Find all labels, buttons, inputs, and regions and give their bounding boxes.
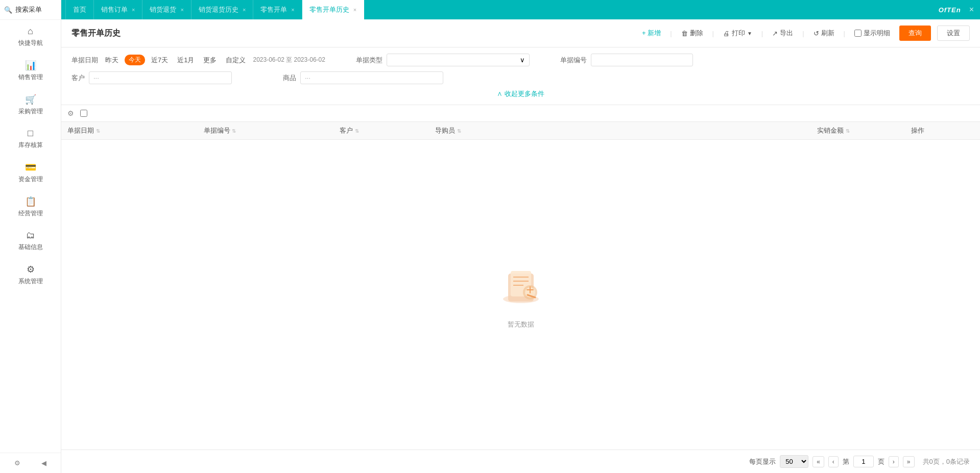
collapse-sidebar-icon[interactable]: ◀ [41, 459, 46, 467]
filter-type-select[interactable]: ∨ [387, 54, 530, 66]
sidebar-search[interactable]: 🔍 搜索采单 [0, 0, 61, 20]
sidebar-item-label: 采购管理 [18, 107, 43, 116]
sidebar-item-label: 系统管理 [18, 277, 43, 286]
date-opt-1month[interactable]: 近1月 [174, 55, 197, 66]
filter-customer-label: 客户 [71, 73, 85, 83]
total-info: 共0页，0条记录 [923, 457, 970, 466]
page-title: 零售开单历史 [71, 28, 121, 39]
sidebar-item-label: 库存核算 [18, 141, 43, 150]
filter-row-1: 单据日期 昨天 今天 近7天 近1月 更多 自定义 2023-06-02 至 2… [71, 54, 970, 66]
pagination: 每页显示 50 20 100 « ‹ 第 页 › » 共0页，0条记录 [61, 450, 980, 473]
sys-icon: ⚙ [27, 264, 35, 275]
tab-sales-return-label: 销货退货 [150, 5, 176, 14]
window-close-button[interactable]: × [967, 5, 976, 14]
sort-number-icon[interactable]: ⇅ [232, 128, 236, 134]
first-page-button[interactable]: « [812, 456, 824, 467]
tab-sales-order[interactable]: 销售订单 × [94, 0, 142, 19]
date-opt-custom[interactable]: 自定义 [223, 55, 249, 66]
filter-goods-select[interactable]: ··· [300, 71, 443, 84]
sidebar-item-label: 快捷导航 [18, 39, 43, 47]
filter-customer-select[interactable]: ··· [89, 71, 232, 84]
sidebar: 🔍 搜索采单 ⌂ 快捷导航 📊 销售管理 🛒 采购管理 □ 库存核算 💳 资金管… [0, 0, 61, 473]
col-amount: 实销金额 ⇅ [545, 122, 855, 140]
setting-button[interactable]: 设置 [937, 26, 970, 41]
prev-page-button[interactable]: ‹ [828, 456, 839, 467]
print-button[interactable]: 🖨 打印 ▼ [720, 27, 755, 40]
tab-retail-open[interactable]: 零售开单 × [253, 0, 302, 19]
date-opt-7days[interactable]: 近7天 [148, 55, 171, 66]
date-opt-today[interactable]: 今天 [125, 55, 145, 65]
empty-text: 暂无数据 [508, 320, 534, 329]
tab-sales-return[interactable]: 销货退货 × [142, 0, 191, 19]
col-action: 操作 [856, 122, 980, 140]
nav-right: OfTEn × [939, 5, 976, 14]
sort-amount-icon[interactable]: ⇅ [846, 128, 850, 134]
filter-goods-dots: ··· [305, 74, 310, 82]
add-button[interactable]: + 新增 [639, 27, 664, 40]
sales-icon: 📊 [25, 60, 36, 71]
content: 零售开单历史 + 新增 | 🗑 删除 | 🖨 打印 ▼ | ↗ 导出 [61, 19, 980, 473]
sort-guide-icon[interactable]: ⇅ [457, 128, 461, 134]
sidebar-item-purchase-mgmt[interactable]: 🛒 采购管理 [0, 88, 61, 122]
tab-retail-open-history[interactable]: 零售开单历史 × [302, 0, 364, 19]
sidebar-item-label: 销售管理 [18, 73, 43, 82]
display-checkbox[interactable] [854, 30, 862, 37]
last-page-button[interactable]: » [903, 456, 915, 467]
tab-retail-open-label: 零售开单 [260, 5, 287, 14]
tab-sales-order-close[interactable]: × [132, 7, 135, 13]
tab-retail-open-history-close[interactable]: × [353, 7, 356, 13]
sidebar-item-operations[interactable]: 📋 经营管理 [0, 190, 61, 224]
filter-number-field: 单据编号 [560, 54, 693, 66]
sidebar-item-basic-info[interactable]: 🗂 基础信息 [0, 224, 61, 258]
per-page-select[interactable]: 50 20 100 [780, 455, 808, 468]
export-button[interactable]: ↗ 导出 [769, 27, 796, 40]
tab-home[interactable]: 首页 [65, 0, 94, 19]
display-button[interactable]: 显示明细 [851, 27, 893, 40]
tab-sales-return-history-close[interactable]: × [243, 7, 246, 13]
tab-sales-return-history[interactable]: 销货退货历史 × [192, 0, 253, 19]
refresh-button[interactable]: ↺ 刷新 [810, 27, 838, 40]
filter-date-label: 单据日期 [71, 56, 98, 65]
settings-icon[interactable]: ⚙ [14, 459, 20, 467]
col-customer-label: 客户 [340, 127, 353, 134]
page-number-input[interactable] [853, 456, 874, 467]
tab-retail-open-close[interactable]: × [291, 7, 294, 13]
print-icon: 🖨 [723, 30, 730, 37]
filter-type-label: 单据类型 [356, 56, 383, 65]
page-label: 第 [843, 457, 849, 466]
tab-sales-return-close[interactable]: × [180, 7, 183, 13]
col-guide: 导购员 ⇅ [429, 122, 545, 140]
date-opt-more[interactable]: 更多 [200, 55, 220, 66]
filter-number-input[interactable] [591, 54, 693, 66]
table-container: ⚙ 单据日期 ⇅ 单据编号 ⇅ 客户 [61, 105, 980, 450]
sidebar-item-label: 基础信息 [18, 243, 43, 252]
filter-customer-field: 客户 ··· [71, 71, 232, 84]
table-settings-icon[interactable]: ⚙ [67, 109, 74, 117]
filter-customer-dots: ··· [93, 74, 99, 82]
next-page-button[interactable]: › [889, 456, 899, 467]
sort-customer-icon[interactable]: ⇅ [355, 128, 359, 134]
sidebar-item-sales-mgmt[interactable]: 📊 销售管理 [0, 54, 61, 88]
delete-button[interactable]: 🗑 删除 [678, 27, 706, 40]
col-action-label: 操作 [911, 127, 924, 134]
filter-row-2: 客户 ··· 商品 ··· [71, 71, 970, 84]
query-button[interactable]: 查询 [899, 26, 931, 41]
filter-goods-label: 商品 [283, 73, 296, 83]
col-amount-label: 实销金额 [817, 127, 844, 134]
sidebar-item-sys-mgmt[interactable]: ⚙ 系统管理 [0, 258, 61, 292]
empty-state: 暂无数据 [61, 140, 980, 450]
empty-icon [495, 261, 546, 312]
date-opt-yesterday[interactable]: 昨天 [102, 55, 122, 66]
sidebar-item-inventory[interactable]: □ 库存核算 [0, 122, 61, 156]
sidebar-item-finance[interactable]: 💳 资金管理 [0, 156, 61, 190]
sort-date-icon[interactable]: ⇅ [96, 128, 100, 134]
refresh-icon: ↺ [814, 30, 819, 37]
col-customer: 客户 ⇅ [333, 122, 429, 140]
col-date: 单据日期 ⇅ [61, 122, 198, 140]
toolbar: + 新增 | 🗑 删除 | 🖨 打印 ▼ | ↗ 导出 | [639, 26, 970, 41]
select-all-checkbox[interactable] [80, 110, 87, 117]
collapse-filter-button[interactable]: ∧ 收起更多条件 [71, 89, 970, 98]
sidebar-item-quick-nav[interactable]: ⌂ 快捷导航 [0, 20, 61, 54]
export-icon: ↗ [772, 30, 778, 37]
operations-icon: 📋 [25, 196, 36, 207]
